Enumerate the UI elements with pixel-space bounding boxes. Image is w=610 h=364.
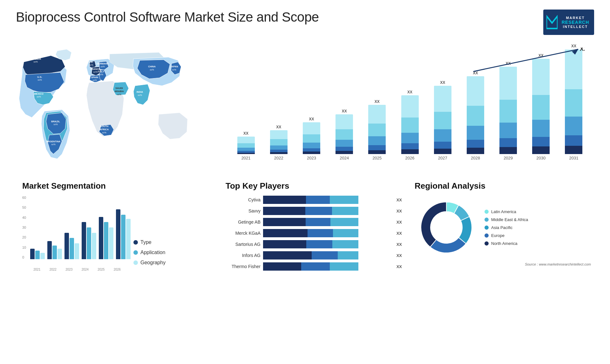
seg-bar — [92, 233, 96, 259]
bar-seg — [434, 149, 451, 154]
legend-geography: Geography — [133, 260, 166, 266]
bar-stack-2028 — [467, 76, 484, 154]
svg-text:INDIA: INDIA — [137, 91, 143, 93]
player-bar-seg — [263, 240, 306, 248]
bar-seg — [303, 134, 320, 143]
bar-seg — [565, 89, 582, 117]
regional-legend-dot — [485, 241, 489, 246]
bar-xlabel: 2021 — [232, 156, 260, 160]
seg-bar — [64, 233, 69, 259]
bar-seg — [237, 143, 255, 148]
regional-section: Regional Analysis Latin AmericaMiddle Ea… — [411, 178, 594, 283]
player-row: SavvyXX — [226, 207, 402, 215]
seg-bar — [52, 246, 57, 259]
player-row: Getinge ABXX — [226, 218, 402, 226]
player-bar-seg — [263, 196, 306, 204]
player-row: Sartorius AGXX — [226, 240, 402, 248]
svg-text:U.K.: U.K. — [89, 61, 94, 64]
bar-stack-2029 — [499, 67, 517, 154]
bar-seg — [401, 133, 419, 143]
donut-chart-svg — [415, 196, 478, 259]
regional-legend-dot — [485, 233, 489, 238]
svg-text:xx%: xx% — [51, 143, 55, 145]
player-xx: XX — [396, 198, 402, 202]
players-title: Top Key Players — [226, 181, 402, 191]
bar-group-2029: XX — [494, 61, 522, 154]
svg-text:U.S.: U.S. — [37, 76, 42, 78]
world-map-svg: CANADA xx% U.S. xx% MEXICO xx% BRAZIL xx… — [16, 41, 213, 168]
regional-legend-item: Europe — [485, 233, 528, 238]
regional-legend-item: Asia Pacific — [485, 225, 528, 230]
bar-seg — [467, 106, 484, 126]
bar-stack-2027 — [434, 86, 451, 154]
bar-seg — [499, 147, 517, 154]
bar-xlabel: 2028 — [461, 156, 489, 160]
bar-xlabel: 2023 — [297, 156, 325, 160]
regional-title: Regional Analysis — [415, 181, 591, 191]
player-bar-seg — [306, 240, 332, 248]
player-name: Infors AG — [226, 253, 261, 258]
player-bar-seg — [330, 262, 358, 271]
regional-legend-dot — [485, 210, 489, 214]
svg-text:xx%: xx% — [89, 64, 93, 66]
svg-marker-0 — [546, 16, 558, 28]
legend-application: Application — [133, 250, 166, 255]
seg-bar — [70, 238, 74, 259]
bar-seg — [237, 148, 255, 151]
svg-text:XX: XX — [580, 48, 585, 52]
seg-xlabel: 2024 — [78, 268, 92, 271]
bar-seg — [270, 139, 288, 145]
player-xx: XX — [396, 220, 402, 225]
svg-text:BRAZIL: BRAZIL — [51, 120, 60, 123]
player-bar-seg — [330, 218, 358, 226]
bar-seg — [303, 143, 320, 148]
seg-bar — [47, 241, 52, 259]
bar-xx-2022: XX — [276, 125, 281, 129]
svg-text:ARABIA: ARABIA — [114, 90, 124, 93]
svg-text:xx%: xx% — [93, 71, 97, 73]
svg-text:CANADA: CANADA — [30, 57, 41, 60]
regional-legend-item: North America — [485, 241, 528, 246]
bar-seg — [237, 137, 255, 143]
regional-legend-item: Middle East & Africa — [485, 217, 528, 222]
svg-text:SOUTH: SOUTH — [100, 125, 108, 128]
player-bar-container — [263, 218, 392, 226]
source-text: Source : www.marketresearchintellect.com — [415, 262, 591, 266]
seg-bar — [30, 249, 35, 259]
donut-segment — [421, 202, 446, 247]
svg-text:CHINA: CHINA — [148, 65, 156, 68]
seg-year-group — [47, 241, 62, 259]
bar-seg — [434, 142, 451, 149]
bar-xx-2025: XX — [375, 99, 380, 104]
svg-text:AFRICA: AFRICA — [100, 128, 109, 131]
player-xx: XX — [396, 231, 402, 236]
svg-text:xx%: xx% — [37, 79, 42, 81]
bar-group-2021: XX — [232, 131, 260, 154]
legend-type: Type — [133, 239, 166, 245]
bar-seg — [499, 123, 517, 138]
seg-xlabel: 2023 — [62, 268, 76, 271]
player-bar-seg — [263, 218, 306, 226]
player-bar-seg — [263, 262, 301, 271]
seg-bar — [121, 215, 125, 259]
regional-legend-label: North America — [491, 241, 517, 246]
svg-text:xx%: xx% — [100, 65, 105, 68]
bar-stack-2024 — [336, 114, 353, 154]
bar-stack-2030 — [532, 59, 550, 154]
svg-text:xx%: xx% — [99, 73, 103, 76]
players-list: CytivaXXSavvyXXGetinge ABXXMerck KGaAXXS… — [226, 196, 402, 271]
growth-arrow: XX — [473, 48, 585, 73]
regional-legend-label: Asia Pacific — [491, 225, 512, 230]
seg-xlabel: 2022 — [46, 268, 60, 271]
bar-xx-2023: XX — [309, 117, 314, 121]
bar-seg — [467, 148, 484, 154]
player-bar-seg — [301, 262, 330, 271]
player-bar-seg — [332, 240, 358, 248]
players-section: Top Key Players CytivaXXSavvyXXGetinge A… — [222, 178, 405, 283]
bar-xlabel: 2031 — [560, 156, 588, 160]
bar-seg — [336, 147, 353, 151]
legend-geography-dot — [133, 260, 138, 265]
bar-seg — [467, 76, 484, 106]
logo-line1: MARKET — [562, 16, 589, 20]
player-bar-seg — [263, 229, 308, 237]
